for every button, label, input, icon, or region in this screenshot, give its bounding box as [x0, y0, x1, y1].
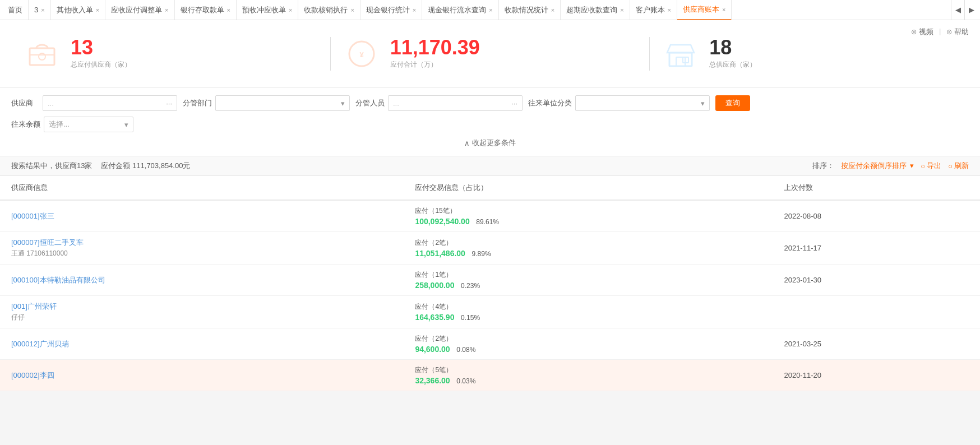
- result-count-text: 搜索结果中，供应商13家: [11, 161, 92, 171]
- svg-text:¥: ¥: [359, 50, 364, 59]
- result-bar: 搜索结果中，供应商13家 应付金额 111,703,854.00元 排序： 按应…: [0, 156, 980, 176]
- video-link[interactable]: ⊙ 视频: [911, 27, 933, 37]
- table-row: [000001]张三应付（15笔） 100,092,540.00 89.61%2…: [0, 200, 980, 232]
- chevron-down-icon: ▾: [910, 161, 914, 170]
- nav-tab-customer-book[interactable]: 客户账本 ×: [630, 0, 677, 20]
- nav-prev-arrow[interactable]: ◀: [951, 0, 964, 20]
- table-header: 供应商信息 应付交易信息（占比） 上次付数: [0, 176, 980, 200]
- close-icon[interactable]: ×: [96, 7, 99, 13]
- filter-row-2: 往来余额 选择... ▾: [11, 117, 969, 132]
- close-icon[interactable]: ×: [668, 7, 671, 13]
- supplier-link[interactable]: [000007]恒旺二手叉车: [11, 238, 84, 247]
- nav-tab-bank-deposit[interactable]: 银行存取款单 ×: [175, 0, 237, 20]
- nav-tab-other-income[interactable]: 其他收入单 ×: [51, 0, 105, 20]
- close-icon[interactable]: ×: [413, 7, 416, 13]
- top-right-links: ⊙ 视频 | ⊙ 帮助: [911, 27, 969, 37]
- category-filter-label: 往来单位分类: [528, 98, 572, 108]
- last-payment-cell: 2022-08-08: [773, 200, 980, 232]
- amount-value[interactable]: 164,635.90: [415, 313, 454, 322]
- summary-item-payable-suppliers: 13 总应付供应商（家）: [11, 23, 330, 85]
- close-icon[interactable]: ×: [41, 7, 44, 13]
- dept-select[interactable]: ▾: [215, 95, 350, 111]
- close-icon[interactable]: ×: [227, 7, 230, 13]
- sort-select[interactable]: 按应付余额倒序排序 ▾: [841, 161, 914, 171]
- close-icon[interactable]: ×: [722, 6, 725, 13]
- result-actions: 排序： 按应付余额倒序排序 ▾ ○ 导出 ○ 刷新: [812, 161, 969, 171]
- category-select[interactable]: ▾: [575, 95, 710, 111]
- supplier-link[interactable]: [000001]张三: [11, 212, 54, 220]
- tx-label: 应付（15笔）: [415, 206, 761, 216]
- nav-tab-collection-stat[interactable]: 收款情况统计 ×: [499, 0, 561, 20]
- supplier-cell: [000002]李四: [0, 360, 404, 391]
- last-payment-date: 2022-08-08: [784, 212, 821, 220]
- nav-tab-supplier-book[interactable]: 供应商账本 ×: [677, 0, 732, 20]
- payable-suppliers-label: 总应付供应商（家）: [71, 60, 131, 69]
- person-filter-label: 分管人员: [355, 98, 385, 108]
- transaction-cell: 应付（4笔） 164,635.90 0.15%: [404, 296, 773, 328]
- collapse-button[interactable]: ∧ 收起更多条件: [464, 138, 516, 148]
- nav-tab-collection-exec[interactable]: 收款核销执行 ×: [298, 0, 360, 20]
- nav-tab-cash-bank-stat[interactable]: 现金银行统计 ×: [360, 0, 422, 20]
- percent-value: 0.15%: [461, 314, 480, 322]
- close-icon[interactable]: ×: [551, 7, 554, 13]
- nav-next-arrow[interactable]: ▶: [964, 0, 978, 20]
- top-navigation: 首页 3 × 其他收入单 × 应收应付调整单 × 银行存取款单 × 预收冲应收单…: [0, 0, 980, 20]
- transaction-cell: 应付（1笔） 258,000.00 0.23%: [404, 265, 773, 296]
- tx-label: 应付（1笔）: [415, 270, 761, 280]
- supplier-link[interactable]: [000100]本特勒油品有限公司: [11, 276, 105, 284]
- close-icon[interactable]: ×: [620, 7, 623, 13]
- nav-tab-3[interactable]: 3 ×: [29, 0, 51, 20]
- balance-filter-label: 往来余额: [11, 119, 40, 129]
- refresh-button[interactable]: ○ 刷新: [948, 161, 969, 171]
- help-icon: ⊙: [946, 27, 952, 36]
- last-payment-cell: 2020-11-20: [773, 360, 980, 391]
- tx-label: 应付（2笔）: [415, 334, 761, 344]
- table-row: [000100]本特勒油品有限公司应付（1笔） 258,000.00 0.23%…: [0, 265, 980, 296]
- filter-row-1: 供应商 ... ··· 分管部门 ▾ 分管人员 ... ··· 往来单位分类: [11, 95, 969, 111]
- amount-value[interactable]: 32,366.00: [415, 376, 450, 385]
- table-body: [000001]张三应付（15笔） 100,092,540.00 89.61%2…: [0, 200, 980, 391]
- close-icon[interactable]: ×: [350, 7, 354, 13]
- data-table-container: 供应商信息 应付交易信息（占比） 上次付数 [000001]张三应付（15笔） …: [0, 176, 980, 391]
- filter-balance: 往来余额 选择... ▾: [11, 117, 133, 132]
- nav-tab-overdue-query[interactable]: 超期应收款查询 ×: [561, 0, 630, 20]
- close-icon[interactable]: ×: [489, 7, 492, 13]
- supplier-link[interactable]: [000002]李四: [11, 371, 54, 379]
- nav-tab-cash-bank-query[interactable]: 现金银行流水查询 ×: [422, 0, 498, 20]
- supplier-link[interactable]: [000012]广州贝瑞: [11, 340, 69, 348]
- help-link[interactable]: ⊙ 帮助: [946, 27, 969, 37]
- col-header-supplier: 供应商信息: [0, 176, 404, 200]
- export-button[interactable]: ○ 导出: [921, 161, 941, 171]
- supplier-input[interactable]: ... ···: [43, 95, 177, 111]
- supplier-link[interactable]: [001]广州荣轩: [11, 302, 57, 310]
- supplier-cell: [000100]本特勒油品有限公司: [0, 265, 404, 296]
- amount-value[interactable]: 258,000.00: [415, 281, 454, 290]
- nav-tab-home[interactable]: 首页: [2, 0, 29, 20]
- query-button[interactable]: 查询: [715, 95, 750, 111]
- transaction-cell: 应付（15笔） 100,092,540.00 89.61%: [404, 200, 773, 232]
- amount-value[interactable]: 94,600.00: [415, 345, 450, 354]
- tx-label: 应付（5笔）: [415, 365, 761, 375]
- person-input[interactable]: ... ···: [388, 95, 523, 111]
- supplier-table: 供应商信息 应付交易信息（占比） 上次付数 [000001]张三应付（15笔） …: [0, 176, 980, 391]
- total-suppliers-count: 18: [709, 38, 756, 58]
- last-payment-cell: 2021-03-25: [773, 328, 980, 360]
- amount-value[interactable]: 11,051,486.00: [415, 249, 465, 258]
- nav-tab-pre-collect[interactable]: 预收冲应收单 ×: [237, 0, 298, 20]
- close-icon[interactable]: ×: [289, 7, 292, 13]
- refresh-icon: ○: [948, 162, 953, 170]
- nav-tab-ar-ap-adjust[interactable]: 应收应付调整单 ×: [105, 0, 174, 20]
- ellipsis-icon: ···: [166, 99, 172, 108]
- svg-rect-0: [30, 48, 54, 65]
- chevron-up-icon: ∧: [464, 139, 470, 147]
- balance-select[interactable]: 选择... ▾: [44, 117, 133, 132]
- store-icon: [661, 34, 700, 73]
- chevron-down-icon: ▾: [341, 99, 345, 108]
- last-payment-date: 2021-11-17: [784, 244, 821, 252]
- close-icon[interactable]: ×: [165, 7, 168, 13]
- amount-value[interactable]: 100,092,540.00: [415, 217, 469, 226]
- percent-value: 89.61%: [476, 218, 499, 226]
- transaction-cell: 应付（2笔） 11,051,486.00 9.89%: [404, 232, 773, 265]
- supplier-cell: [001]广州荣轩仔仔: [0, 296, 404, 328]
- supplier-cell: [000001]张三: [0, 200, 404, 232]
